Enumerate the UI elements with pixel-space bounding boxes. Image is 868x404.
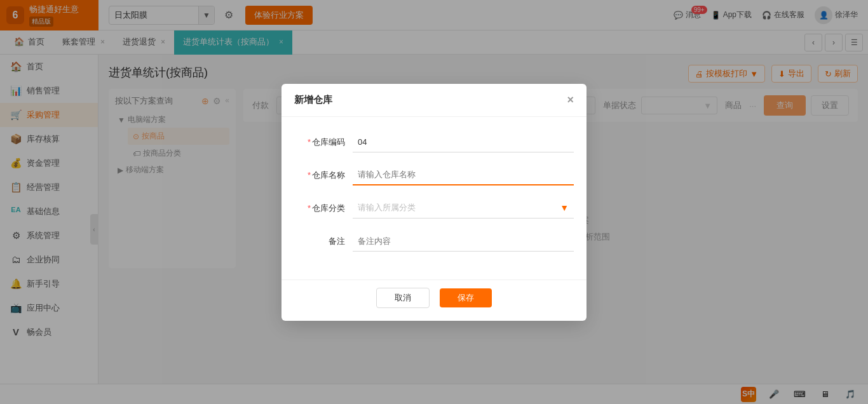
remarks-label: 备注 (294, 236, 345, 247)
remarks-row: 备注 (294, 231, 574, 252)
cancel-button[interactable]: 取消 (376, 288, 430, 308)
select-arrow-icon: ▼ (560, 203, 569, 213)
warehouse-code-input[interactable] (353, 132, 574, 152)
dialog-title: 新增仓库 (294, 94, 332, 106)
dialog-close-btn[interactable]: × (567, 94, 574, 105)
warehouse-category-select[interactable]: 请输入所属分类 ▼ (353, 198, 574, 219)
warehouse-category-label: 仓库分类 (294, 203, 345, 214)
dialog-footer: 取消 保存 (281, 279, 587, 321)
remarks-input[interactable] (353, 231, 574, 252)
modal-overlay: 新增仓库 × 仓库编码 仓库名称 仓库分类 请输入所属分类 ▼ (0, 0, 868, 404)
new-warehouse-dialog: 新增仓库 × 仓库编码 仓库名称 仓库分类 请输入所属分类 ▼ (281, 84, 587, 321)
category-placeholder: 请输入所属分类 (358, 202, 416, 213)
warehouse-name-input[interactable] (353, 165, 574, 185)
warehouse-category-row: 仓库分类 请输入所属分类 ▼ (294, 198, 574, 219)
warehouse-name-row: 仓库名称 (294, 165, 574, 185)
dialog-body: 仓库编码 仓库名称 仓库分类 请输入所属分类 ▼ 备注 (281, 117, 587, 274)
warehouse-name-label: 仓库名称 (294, 170, 345, 181)
warehouse-code-row: 仓库编码 (294, 132, 574, 152)
dialog-header: 新增仓库 × (281, 84, 587, 117)
save-button[interactable]: 保存 (440, 288, 492, 307)
warehouse-code-label: 仓库编码 (294, 137, 345, 148)
